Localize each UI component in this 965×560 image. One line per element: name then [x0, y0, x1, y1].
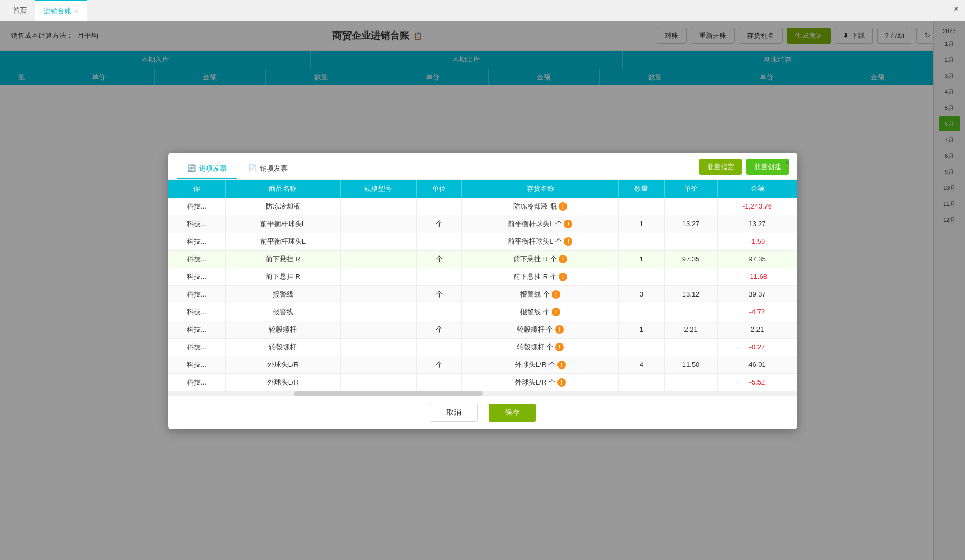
cell-quantity: 1 [619, 321, 664, 338]
tab-sales-invoice[interactable]: 📄 销项发票 [237, 159, 298, 179]
cell-unit: 个 [416, 285, 461, 303]
cell-product-name: 前平衡杆球头L [226, 215, 340, 233]
cell-quantity [619, 303, 664, 321]
table-row[interactable]: 科技...外球头L/R个外球头L/R 个 !411.5046.01 [168, 356, 797, 373]
cell-inventory-name: 前下悬挂 R 个 ! [462, 250, 619, 268]
cell-spec [340, 373, 416, 391]
cell-supplier: 科技... [168, 250, 226, 268]
cell-supplier: 科技... [168, 215, 226, 233]
cancel-button[interactable]: 取消 [430, 404, 478, 422]
cell-product-name: 外球头L/R [226, 356, 340, 373]
cell-inventory-name: 报警线 个 ! [462, 303, 619, 321]
cell-unit: 个 [416, 215, 461, 233]
warning-icon: ! [552, 308, 560, 316]
tab-purchase-invoice[interactable]: 🔄 进项发票 [177, 159, 237, 179]
invoice-table: 你 商品名称 规格型号 单位 存货名称 数量 单价 金额 科技...防冻冷却液防… [168, 180, 797, 391]
table-row[interactable]: 科技...报警线报警线 个 !-4.72 [168, 303, 797, 321]
cell-price: 11.50 [664, 356, 717, 373]
modal-tabs: 🔄 进项发票 📄 销项发票 [177, 159, 298, 179]
save-button[interactable]: 保存 [489, 404, 536, 422]
cell-product-name: 防冻冷却液 [226, 198, 340, 215]
modal-close-icon[interactable]: × [785, 158, 789, 167]
modal-header-buttons: 批量指定 批量创建 [699, 159, 789, 179]
table-row[interactable]: 科技...外球头L/R外球头L/R 个 !-5.52 [168, 373, 797, 391]
modal-overlay: × 🔄 进项发票 📄 销项发票 批量指定 批量创建 [0, 21, 965, 560]
table-row[interactable]: 科技...防冻冷却液防冻冷却液 瓶 !-1,243.76 [168, 198, 797, 215]
th-quantity: 数量 [619, 180, 664, 198]
cell-inventory-name: 防冻冷却液 瓶 ! [462, 198, 619, 215]
cell-inventory-name: 报警线 个 ! [462, 285, 619, 303]
cell-spec [340, 250, 416, 268]
cell-product-name: 轮毂螺杆 [226, 338, 340, 356]
cell-product-name: 前下悬挂 R [226, 268, 340, 285]
table-row[interactable]: 科技...前下悬挂 R个前下悬挂 R 个 !197.3597.35 [168, 250, 797, 268]
cell-inventory-name: 轮毂螺杆 个 ! [462, 338, 619, 356]
tab-close-icon[interactable]: × [75, 7, 78, 15]
cell-spec [340, 356, 416, 373]
modal-table-container[interactable]: 你 商品名称 规格型号 单位 存货名称 数量 单价 金额 科技...防冻冷却液防… [168, 180, 797, 391]
cell-product-name: 报警线 [226, 303, 340, 321]
th-inventory-name: 存货名称 [462, 180, 619, 198]
warning-icon: ! [557, 378, 566, 387]
cell-spec [340, 215, 416, 233]
warning-icon: ! [559, 273, 567, 281]
cell-quantity: 1 [619, 215, 664, 233]
table-row[interactable]: 科技...前下悬挂 R前下悬挂 R 个 !-11.68 [168, 268, 797, 285]
cell-amount: 13.27 [717, 215, 797, 233]
tab-ledger[interactable]: 进销台账 × [35, 0, 87, 21]
cell-amount: 97.35 [717, 250, 797, 268]
table-row[interactable]: 科技...轮毂螺杆轮毂螺杆 个 !-0.27 [168, 338, 797, 356]
cell-supplier: 科技... [168, 303, 226, 321]
cell-unit [416, 373, 461, 391]
th-price: 单价 [664, 180, 717, 198]
cell-price [664, 198, 717, 215]
table-header-row: 你 商品名称 规格型号 单位 存货名称 数量 单价 金额 [168, 180, 797, 198]
cell-inventory-name: 前下悬挂 R 个 ! [462, 268, 619, 285]
cell-unit [416, 268, 461, 285]
cell-amount: -1.59 [717, 233, 797, 250]
th-spec: 规格型号 [340, 180, 416, 198]
tab-home[interactable]: 首页 [4, 0, 35, 21]
cell-unit: 个 [416, 356, 461, 373]
cell-spec [340, 303, 416, 321]
th-product-name: 商品名称 [226, 180, 340, 198]
cell-quantity [619, 373, 664, 391]
cell-price: 97.35 [664, 250, 717, 268]
cell-unit [416, 198, 461, 215]
warning-icon: ! [557, 361, 566, 369]
batch-assign-button[interactable]: 批量指定 [699, 159, 742, 175]
warning-icon: ! [555, 343, 564, 351]
cell-amount: -4.72 [717, 303, 797, 321]
cell-supplier: 科技... [168, 356, 226, 373]
cell-unit [416, 233, 461, 250]
cell-amount: -1,243.76 [717, 198, 797, 215]
table-row[interactable]: 科技...前平衡杆球头L前平衡杆球头L 个 !-1.59 [168, 233, 797, 250]
cell-unit: 个 [416, 250, 461, 268]
cell-amount: 46.01 [717, 356, 797, 373]
cell-supplier: 科技... [168, 373, 226, 391]
tab-bar: 首页 进销台账 × × [0, 0, 965, 21]
cell-amount: 2.21 [717, 321, 797, 338]
cell-unit: 个 [416, 321, 461, 338]
table-row[interactable]: 科技...报警线个报警线 个 !313.1239.37 [168, 285, 797, 303]
cell-quantity: 1 [619, 250, 664, 268]
table-row[interactable]: 科技...轮毂螺杆个轮毂螺杆 个 !12.212.21 [168, 321, 797, 338]
warning-icon: ! [564, 220, 572, 228]
scrollbar-thumb [294, 391, 483, 396]
main-content: 销售成本计算方法： 月平均 商贸企业进销台账 📋 对账 重新开账 存货别名 生成… [0, 21, 965, 560]
warning-icon: ! [559, 255, 567, 263]
warning-icon: ! [564, 237, 572, 246]
cell-spec [340, 338, 416, 356]
cell-spec [340, 198, 416, 215]
horizontal-scrollbar[interactable] [168, 391, 797, 396]
cell-product-name: 报警线 [226, 285, 340, 303]
window-close-icon[interactable]: × [954, 4, 959, 14]
cell-quantity [619, 338, 664, 356]
batch-create-button[interactable]: 批量创建 [746, 159, 789, 175]
th-unit: 单位 [416, 180, 461, 198]
table-row[interactable]: 科技...前平衡杆球头L个前平衡杆球头L 个 !113.2713.27 [168, 215, 797, 233]
cell-product-name: 前下悬挂 R [226, 250, 340, 268]
cell-supplier: 科技... [168, 268, 226, 285]
cell-product-name: 轮毂螺杆 [226, 321, 340, 338]
cell-price: 13.27 [664, 215, 717, 233]
